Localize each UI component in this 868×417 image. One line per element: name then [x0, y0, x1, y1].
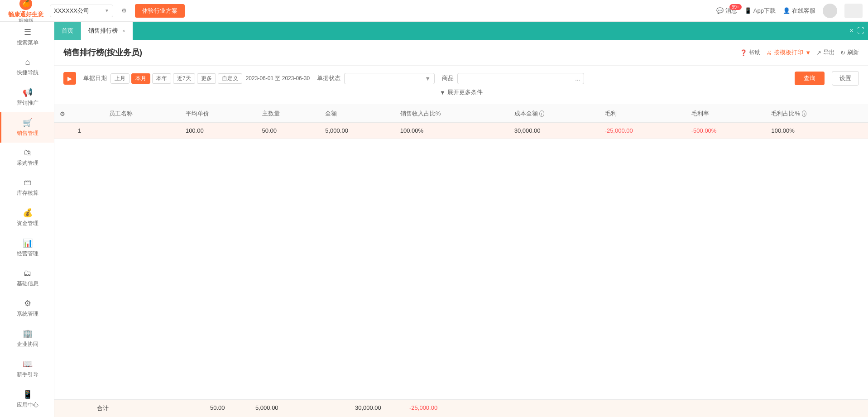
- footer-quantity: 50.00: [205, 404, 250, 412]
- date-filter-group: 单据日期 上月 本月 本年 近7天 更多 自定义 2023-06-01 至 20…: [83, 73, 310, 84]
- expand-arrow-icon: ▼: [440, 89, 446, 96]
- company-selector[interactable]: XXXXXX公司 ▼: [50, 5, 113, 17]
- cost-info-icon: i: [539, 110, 544, 117]
- row-gross-pct: 100.00%: [766, 123, 868, 139]
- gross-pct-info-icon: i: [802, 110, 806, 117]
- system-icon: ⚙: [24, 298, 31, 308]
- filter-row-1: ▶ 单据日期 上月 本月 本年 近7天 更多 自定义: [63, 71, 859, 86]
- print-button[interactable]: 🖨 按模板打印 ▼: [766, 48, 811, 57]
- sidebar-item-sales[interactable]: 🛒 销售管理: [0, 112, 54, 143]
- date-btn-7days[interactable]: 近7天: [173, 73, 195, 84]
- search-button[interactable]: 查询: [795, 72, 825, 85]
- tab-bar: 首页 销售排行榜 × × ⛶: [54, 22, 868, 40]
- sidebar-item-system[interactable]: ⚙ 系统管理: [0, 293, 54, 323]
- company-chevron-icon: ▼: [105, 8, 109, 13]
- user-menu[interactable]: [844, 4, 863, 18]
- date-buttons: 上月 本月 本年 近7天 更多 自定义: [110, 73, 242, 84]
- enterprise-icon: 🏢: [23, 329, 33, 339]
- col-header-avg-price: 平均单价: [180, 105, 257, 123]
- content-area: 首页 销售排行榜 × × ⛶ 销售排行榜(按业务员) ❓: [54, 22, 868, 417]
- topbar-right: 💬 消息 99+ 📱 App下载 👤 在线客服: [716, 4, 863, 18]
- tab-close-icon[interactable]: ×: [122, 28, 125, 34]
- print-chevron-icon: ▼: [805, 49, 811, 56]
- operations-icon: 📊: [23, 238, 33, 248]
- sidebar-item-quick-nav[interactable]: ⌂ 快捷导航: [0, 52, 54, 82]
- help-button[interactable]: ❓ 帮助: [740, 48, 761, 57]
- refresh-label: 刷新: [847, 48, 859, 57]
- col-header-cost: 成本全额 i: [509, 105, 599, 123]
- report-container: 销售排行榜(按业务员) ❓ 帮助 🖨 按模板打印 ▼ ↗: [54, 40, 868, 417]
- industry-button[interactable]: 体验行业方案: [135, 4, 185, 18]
- sidebar-item-marketing[interactable]: 📢 营销推广: [0, 82, 54, 112]
- goods-filter-label: 商品: [442, 74, 454, 82]
- settings-button[interactable]: 设置: [832, 71, 859, 86]
- sidebar-label-search: 搜索菜单: [17, 39, 38, 47]
- row-employee: [104, 123, 180, 139]
- sidebar-item-enterprise[interactable]: 🏢 企业协同: [0, 323, 54, 354]
- goods-filter-group: 商品 ...: [442, 73, 584, 84]
- sidebar-item-operations[interactable]: 📊 经营管理: [0, 233, 54, 263]
- footer-cost: 30,000.00: [350, 404, 404, 412]
- sidebar-item-basic-info[interactable]: 🗂 基础信息: [0, 263, 54, 293]
- tab-home[interactable]: 首页: [54, 22, 81, 40]
- sidebar-item-wechat[interactable]: 💬 企业微信: [0, 414, 54, 417]
- service-icon: 👤: [783, 7, 790, 14]
- online-service-button[interactable]: 👤 在线客服: [783, 7, 815, 15]
- row-quantity: 50.00: [257, 123, 320, 139]
- sidebar-item-inventory[interactable]: 🗃 库存核算: [0, 173, 54, 202]
- report-table-wrap: ⚙ 员工名称 平均单价 主数量 全额 销售收入占比% 成本全额 i 毛利 毛利率: [54, 105, 868, 399]
- export-button[interactable]: ↗ 导出: [816, 48, 835, 57]
- row-avg-price: 100.00: [180, 123, 257, 139]
- date-btn-this-month[interactable]: 本月: [131, 73, 150, 84]
- report-actions: ❓ 帮助 🖨 按模板打印 ▼ ↗ 导出 ↻: [740, 48, 859, 57]
- row-sales-pct: 100.00%: [395, 123, 509, 139]
- sidebar-label-sales: 销售管理: [17, 129, 38, 137]
- date-btn-this-year[interactable]: 本年: [152, 73, 171, 84]
- tab-close-all-icon[interactable]: ×: [849, 27, 854, 35]
- active-tab-label: 销售排行榜: [88, 27, 118, 35]
- date-btn-last-month[interactable]: 上月: [110, 73, 129, 84]
- home-tab-label: 首页: [62, 27, 73, 35]
- message-icon: 💬: [716, 7, 724, 14]
- sidebar-item-search[interactable]: ☰ 搜索菜单: [0, 22, 54, 52]
- app-download-button[interactable]: 📱 App下载: [744, 7, 776, 15]
- row-gross-rate: -500.00%: [686, 123, 766, 139]
- sidebar-item-purchase[interactable]: 🛍 采购管理: [0, 143, 54, 173]
- footer-label: 合计: [91, 404, 159, 412]
- footer-sales-pct-spacer: [295, 404, 350, 412]
- footer-settings-spacer: [60, 404, 78, 412]
- status-select[interactable]: ▼: [344, 73, 435, 84]
- report-table: ⚙ 员工名称 平均单价 主数量 全额 销售收入占比% 成本全额 i 毛利 毛利率: [54, 105, 868, 139]
- search-menu-icon: ☰: [24, 27, 31, 37]
- tab-maximize-icon[interactable]: ⛶: [857, 27, 864, 35]
- filter-toggle-button[interactable]: ▶: [63, 72, 76, 85]
- col-header-settings[interactable]: ⚙: [54, 105, 72, 123]
- print-label: 按模板打印: [774, 48, 803, 57]
- row-cost: 30,000.00: [509, 123, 599, 139]
- sidebar: ☰ 搜索菜单 ⌂ 快捷导航 📢 营销推广 🛒 销售管理 🛍 采购管理 🗃 库存核…: [0, 22, 54, 417]
- goods-select[interactable]: ...: [457, 73, 584, 84]
- refresh-button[interactable]: ↻ 刷新: [840, 48, 859, 57]
- report-header: 销售排行榜(按业务员) ❓ 帮助 🖨 按模板打印 ▼ ↗: [54, 40, 868, 66]
- sidebar-item-guide[interactable]: 📖 新手引导: [0, 354, 54, 384]
- sidebar-label-marketing: 营销推广: [17, 99, 38, 107]
- sidebar-label-finance: 资金管理: [17, 220, 38, 227]
- filter-bar: ▶ 单据日期 上月 本月 本年 近7天 更多 自定义: [54, 66, 868, 105]
- print-icon: 🖨: [766, 49, 772, 56]
- date-btn-custom[interactable]: 自定义: [218, 73, 242, 84]
- sidebar-item-finance[interactable]: 💰 资金管理: [0, 202, 54, 233]
- sidebar-item-app-center[interactable]: 📱 应用中心: [0, 384, 54, 414]
- row-gross: -25,000.00: [599, 123, 686, 139]
- col-header-amount: 全额: [320, 105, 395, 123]
- message-button[interactable]: 💬 消息 99+: [716, 7, 737, 15]
- topbar-settings-button[interactable]: ⚙: [117, 4, 131, 18]
- expand-more-row[interactable]: ▼ 展开更多条件: [63, 86, 859, 99]
- page-content: 销售排行榜(按业务员) ❓ 帮助 🖨 按模板打印 ▼ ↗: [54, 40, 868, 417]
- expand-label: 展开更多条件: [447, 88, 483, 96]
- home-icon: ⌂: [25, 58, 30, 67]
- tab-sales-ranking[interactable]: 销售排行榜 ×: [81, 22, 133, 40]
- app-label: App下载: [753, 7, 776, 15]
- date-btn-more[interactable]: 更多: [197, 73, 216, 84]
- user-avatar[interactable]: [823, 4, 837, 18]
- col-header-rank: [72, 105, 104, 123]
